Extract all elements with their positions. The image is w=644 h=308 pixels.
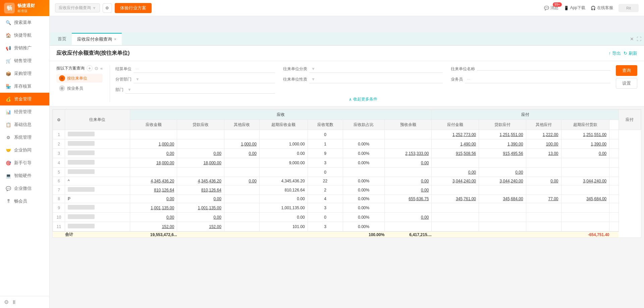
table-cell[interactable]: 0.00 [526,177,561,185]
table-cell[interactable]: 0.00 [177,149,224,158]
table-cell[interactable]: 915,508.56 [432,149,479,158]
table-cell[interactable]: 1,390.00 [561,139,609,149]
table-cell[interactable]: 1,001,135.00 [177,203,224,213]
sidebar-item-finance[interactable]: 💰 资金管理 [0,93,49,105]
tab-fullscreen-icon[interactable]: ⛶ [637,36,641,42]
table-cell[interactable]: 0.00 [384,213,432,222]
sidebar-item-base-info[interactable]: 📋 基础信息 [0,118,49,131]
sidebar-item-sales[interactable]: 🛒 销售管理 [0,54,49,67]
department-input[interactable]: ▼ [125,86,275,94]
edit-scheme-icon[interactable]: ⊙ [95,66,98,71]
table-cell[interactable]: 0.00 [130,213,177,222]
tab-close-icon[interactable]: × [114,37,116,42]
table-cell[interactable]: 0.00 [224,177,259,185]
messages-button[interactable]: 💬 消息 99+ [544,5,558,11]
collapse-filter-button[interactable]: ∧ 收起更多条件 [115,96,610,102]
settings-button[interactable]: ⚙ [103,3,112,13]
sidebar-item-corp-wechat[interactable]: 💬 企业微信 [0,182,49,195]
sidebar-item-purchase[interactable]: 📦 采购管理 [0,67,49,80]
sidebar-item-inventory[interactable]: 🏪 库存核算 [0,80,49,93]
table-cell[interactable]: 0.00 [479,168,526,177]
export-button[interactable]: ↑ 导出 [609,50,621,56]
table-cell[interactable]: 1,001,135.00 [130,203,177,213]
settings-query-button[interactable]: 设置 [616,78,637,89]
table-cell[interactable]: 345,684.00 [561,195,609,203]
dept-manager-input[interactable]: ▼ [133,76,275,83]
table-cell[interactable]: 3,044,240.00 [479,177,526,185]
sidebar-item-vip[interactable]: 🎖 畅会员 [0,195,49,208]
sidebar-item-smart-hw[interactable]: 💻 智能硬件 [0,169,49,182]
sidebar-item-corp-coop[interactable]: 🤝 企业协同 [0,144,49,157]
table-cell[interactable]: 3,044,240.00 [561,177,609,185]
collapse-sidebar-icon[interactable]: ⏸ [11,299,17,305]
settings-bottom-icon[interactable]: ⚙ [4,299,9,305]
table-cell[interactable]: 18,000.00 [177,158,224,168]
table-cell[interactable]: 0.00 [384,185,432,195]
th-settings-icon[interactable]: ⚙ [53,110,65,130]
sidebar-item-system[interactable]: ⚙ 系统管理 [0,131,49,144]
refresh-button[interactable]: ↻ 刷新 [624,50,637,56]
table-cell[interactable]: 345,684.00 [479,195,526,203]
sidebar-item-marketing[interactable]: 📢 营销推广 [0,42,49,54]
partner-nature-input[interactable]: ▼ [309,76,443,83]
table-cell[interactable]: 0.00 [224,149,259,158]
settlement-unit-input[interactable]: ··· [133,65,275,73]
collapse-filter-label: 收起更多条件 [353,96,377,102]
sidebar-item-guide[interactable]: 🎯 新手引导 [0,157,49,169]
collapse-scheme-icon[interactable]: « [100,66,103,71]
table-cell[interactable]: 0.00 [130,149,177,158]
table-cell[interactable]: 1,000.00 [130,139,177,149]
sidebar-item-quick-nav[interactable]: 🏠 快捷导航 [0,29,49,42]
partner-category-input[interactable]: ▼ [309,65,443,73]
scheme-item-partner[interactable]: ⊙ 按往来单位 [56,74,103,83]
table-cell[interactable]: 1,252,773.00 [432,130,479,139]
table-cell[interactable]: 0.00 [384,177,432,185]
table-cell[interactable]: 152.00 [130,222,177,232]
table-cell[interactable]: 1,390.00 [479,139,526,149]
th-group-ar: 应收 [130,110,432,120]
query-button[interactable]: 查询 [616,65,637,76]
sidebar-item-search-menu[interactable]: 🔍 搜索菜单 [0,16,49,29]
table-cell[interactable]: 810,126.64 [177,185,224,195]
tab-close-window-icon[interactable]: ✕ [630,36,634,42]
guide-icon: 🎯 [5,161,11,166]
table-cell[interactable]: 2,153,333.00 [384,149,432,158]
table-cell[interactable]: 4,345,436.20 [130,177,177,185]
table-cell[interactable]: 655,636.75 [384,195,432,203]
table-cell [479,185,526,195]
table-cell[interactable]: 1,222.00 [526,130,561,139]
table-cell [479,213,526,222]
table-cell[interactable]: 18,000.00 [130,158,177,168]
user-avatar[interactable]: Rit [619,4,639,12]
add-scheme-button[interactable]: + [87,65,93,71]
table-cell[interactable]: 100.00 [526,139,561,149]
sidebar-item-operations[interactable]: 📊 经营管理 [0,105,49,118]
table-cell[interactable]: 810,126.64 [130,185,177,195]
table-cell[interactable]: 0.00 [177,195,224,203]
tab-active[interactable]: 应收应付余额查询 × [72,33,122,45]
salesperson-input[interactable]: ··· [465,76,610,83]
trial-button[interactable]: 体验行业方案 [115,3,152,13]
table-cell[interactable]: 345,761.00 [432,195,479,203]
table-cell[interactable]: 0.00 [177,213,224,222]
table-cell[interactable]: 13.00 [526,149,561,158]
table-cell[interactable]: 915,495.56 [479,149,526,158]
table-cell[interactable]: 0.00 [432,168,479,177]
table-cell[interactable]: 1,000.00 [224,139,259,149]
table-cell[interactable]: 1,251,551.00 [479,130,526,139]
table-cell[interactable]: 0.00 [561,149,609,158]
table-cell[interactable]: 3,044,240.00 [432,177,479,185]
scheme-item-salesperson[interactable]: ⊙ 按业务员 [56,84,103,93]
table-cell[interactable]: 4,345,436.20 [177,177,224,185]
table-cell[interactable]: 1,490.00 [432,139,479,149]
table-cell[interactable]: 1,251,551.00 [561,130,609,139]
table-cell[interactable]: 0.00 [384,158,432,168]
online-service-button[interactable]: 🎧 在线客服 [591,5,613,11]
table-cell[interactable]: 152.00 [177,222,224,232]
settlement-unit-label: 结算单位 [115,66,131,72]
table-cell[interactable]: 0.00 [130,195,177,203]
app-download-button[interactable]: 📱 App下载 [564,5,585,11]
table-cell[interactable]: 77.00 [526,195,561,203]
tab-home[interactable]: 首页 [52,33,72,45]
partner-name-input[interactable] [477,68,610,71]
